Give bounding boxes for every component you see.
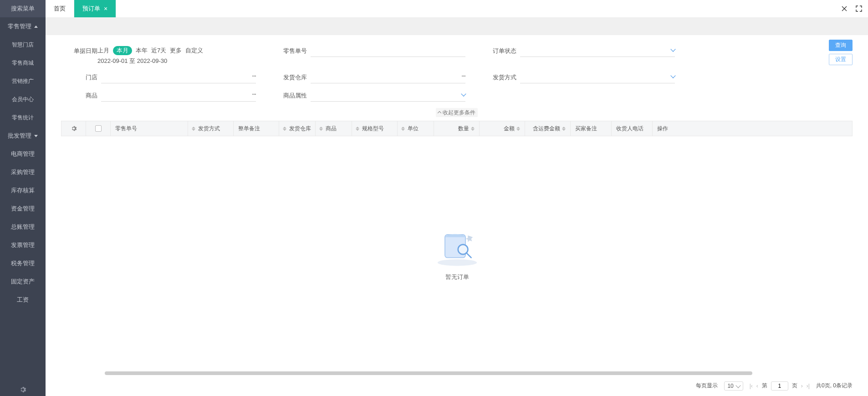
preset-this-month[interactable]: 本月 bbox=[113, 46, 132, 55]
sidebar: 搜索菜单 零售管理 智慧门店 零售商城 营销推广 会员中心 零售统计 批发管理 … bbox=[0, 0, 46, 396]
sidebar-sub-members[interactable]: 会员中心 bbox=[0, 90, 46, 108]
preset-custom[interactable]: 自定义 bbox=[185, 46, 203, 55]
tab-label: 首页 bbox=[54, 5, 66, 13]
th-action[interactable]: 操作 bbox=[653, 121, 852, 136]
per-page-select[interactable]: 10 bbox=[724, 381, 743, 391]
sidebar-item-fixed-asset[interactable]: 固定资产 bbox=[0, 273, 46, 291]
prev-page-button[interactable]: ‹ bbox=[756, 383, 758, 389]
chevron-down-icon bbox=[462, 91, 465, 98]
first-page-button[interactable]: |‹ bbox=[750, 383, 753, 389]
close-icon[interactable]: × bbox=[104, 5, 107, 12]
select-all-cell bbox=[86, 121, 111, 136]
preset-last-month[interactable]: 上月 bbox=[97, 46, 109, 55]
th-ship-warehouse[interactable]: 发货仓库 bbox=[279, 121, 316, 136]
chevron-down-icon bbox=[34, 135, 38, 137]
query-button[interactable]: 查询 bbox=[829, 40, 853, 51]
th-amount-incl-ship[interactable]: 含运费金额 bbox=[525, 121, 571, 136]
tab-home[interactable]: 首页 bbox=[46, 0, 74, 17]
preset-this-year[interactable]: 本年 bbox=[136, 46, 148, 55]
gear-icon bbox=[19, 386, 26, 393]
ellipsis-icon[interactable]: ··· bbox=[252, 91, 256, 98]
sidebar-item-ledger[interactable]: 总账管理 bbox=[0, 218, 46, 236]
sidebar-item-label: 固定资产 bbox=[11, 278, 35, 286]
product-input[interactable] bbox=[101, 90, 256, 100]
order-status-input[interactable] bbox=[520, 45, 675, 56]
order-status-select[interactable] bbox=[520, 45, 675, 57]
svg-point-0 bbox=[437, 259, 476, 266]
th-phone[interactable]: 收货人电话 bbox=[612, 121, 653, 136]
th-qty[interactable]: 数量 bbox=[434, 121, 480, 136]
collapse-filters-button[interactable]: 收起更多条件 bbox=[436, 108, 478, 117]
sidebar-item-tax[interactable]: 税务管理 bbox=[0, 254, 46, 273]
sort-icon bbox=[192, 127, 195, 131]
sidebar-item-label: 零售商城 bbox=[12, 59, 34, 67]
sidebar-sub-marketing[interactable]: 营销推广 bbox=[0, 72, 46, 90]
select-all-checkbox[interactable] bbox=[95, 125, 102, 132]
th-label: 规格型号 bbox=[362, 125, 384, 133]
sidebar-item-label: 资金管理 bbox=[11, 205, 35, 213]
sidebar-item-funds[interactable]: 资金管理 bbox=[0, 200, 46, 218]
date-to: 2022-09-30 bbox=[137, 57, 168, 64]
product-attr-label: 商品属性 bbox=[271, 90, 307, 100]
sidebar-item-wholesale[interactable]: 批发管理 bbox=[0, 127, 46, 145]
ellipsis-icon[interactable]: ··· bbox=[252, 72, 256, 80]
sidebar-sub-stats[interactable]: 零售统计 bbox=[0, 108, 46, 127]
sidebar-settings[interactable] bbox=[0, 383, 46, 396]
last-page-button[interactable]: ›| bbox=[807, 383, 810, 389]
next-page-button[interactable]: › bbox=[801, 383, 803, 389]
product-attr-input[interactable] bbox=[311, 90, 465, 100]
sort-icon bbox=[283, 127, 286, 131]
main: 首页 预订单 × 查询 设置 单据日期 上 bbox=[46, 0, 868, 396]
th-note[interactable]: 整单备注 bbox=[234, 121, 279, 136]
retail-no-input-wrap bbox=[311, 45, 465, 57]
th-unit[interactable]: 单位 bbox=[398, 121, 434, 136]
horizontal-scrollbar[interactable] bbox=[61, 371, 853, 375]
th-label: 买家备注 bbox=[575, 125, 597, 133]
sidebar-item-ecommerce[interactable]: 电商管理 bbox=[0, 145, 46, 163]
chevron-down-icon bbox=[735, 383, 740, 388]
th-spec[interactable]: 规格型号 bbox=[352, 121, 398, 136]
th-retail-no[interactable]: 零售单号 bbox=[111, 121, 188, 136]
date-from: 2022-09-01 bbox=[97, 57, 128, 64]
sidebar-sub-smart-store[interactable]: 智慧门店 bbox=[0, 36, 46, 54]
th-label: 整单备注 bbox=[238, 125, 260, 133]
preset-more[interactable]: 更多 bbox=[170, 46, 182, 55]
th-amount[interactable]: 金额 bbox=[480, 121, 525, 136]
page-input[interactable] bbox=[771, 381, 788, 391]
sidebar-item-procurement[interactable]: 采购管理 bbox=[0, 163, 46, 181]
ship-warehouse-input[interactable] bbox=[311, 72, 465, 82]
sidebar-search[interactable]: 搜索菜单 bbox=[0, 0, 46, 17]
product-attr-select[interactable] bbox=[311, 90, 465, 102]
date-sep: 至 bbox=[129, 57, 135, 64]
sort-icon bbox=[319, 127, 323, 131]
store-picker[interactable]: ··· bbox=[101, 72, 256, 83]
ellipsis-icon[interactable]: ··· bbox=[461, 72, 465, 80]
sidebar-item-retail[interactable]: 零售管理 bbox=[0, 17, 46, 36]
sidebar-item-inventory[interactable]: 库存核算 bbox=[0, 181, 46, 200]
ship-warehouse-picker[interactable]: ··· bbox=[311, 72, 465, 83]
tab-preorder[interactable]: 预订单 × bbox=[74, 0, 116, 17]
close-all-button[interactable] bbox=[838, 2, 851, 15]
sidebar-item-invoice[interactable]: 发票管理 bbox=[0, 236, 46, 254]
ship-method-input[interactable] bbox=[520, 72, 675, 82]
sidebar-sub-mall[interactable]: 零售商城 bbox=[0, 54, 46, 72]
sidebar-item-salary[interactable]: 工资 bbox=[0, 291, 46, 309]
column-config-button[interactable] bbox=[61, 121, 86, 136]
settings-button[interactable]: 设置 bbox=[829, 54, 853, 65]
sidebar-item-label: 总账管理 bbox=[11, 223, 35, 231]
fullscreen-button[interactable] bbox=[853, 2, 865, 15]
page-suffix: 页 bbox=[792, 382, 797, 390]
sidebar-item-label: 工资 bbox=[17, 296, 29, 304]
ship-method-select[interactable] bbox=[520, 72, 675, 83]
retail-no-input[interactable] bbox=[311, 45, 465, 56]
product-picker[interactable]: ··· bbox=[101, 90, 256, 102]
sidebar-item-label: 智慧门店 bbox=[12, 41, 34, 49]
th-product[interactable]: 商品 bbox=[316, 121, 352, 136]
tab-label: 预订单 bbox=[82, 5, 100, 13]
th-label: 数量 bbox=[458, 125, 469, 133]
th-ship-method[interactable]: 发货方式 bbox=[188, 121, 234, 136]
th-buyer-note[interactable]: 买家备注 bbox=[571, 121, 612, 136]
preset-recent7[interactable]: 近7天 bbox=[151, 46, 166, 55]
store-input[interactable] bbox=[101, 72, 256, 82]
filter-panel: 查询 设置 单据日期 上月 本月 本年 近7天 更多 自定义 bbox=[46, 35, 868, 121]
